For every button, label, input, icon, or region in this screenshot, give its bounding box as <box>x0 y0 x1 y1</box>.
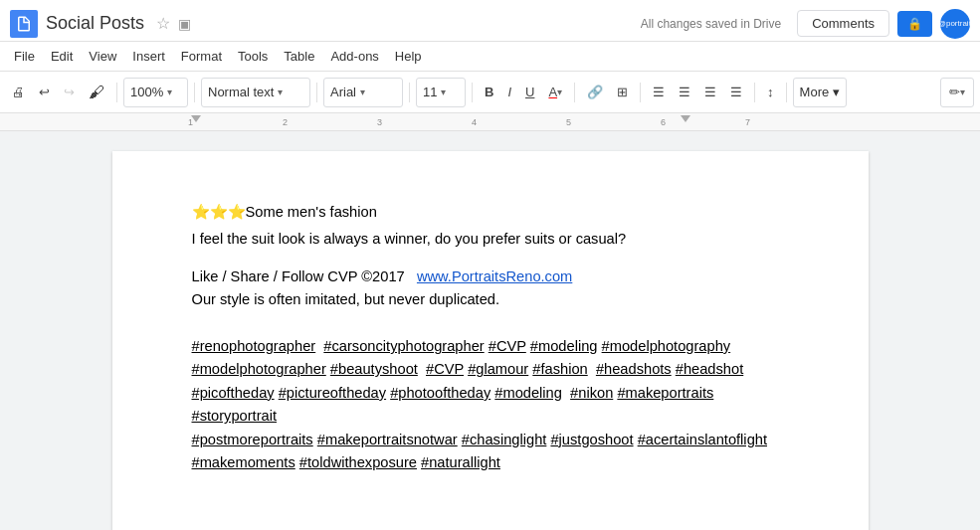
like-text: Like / Share / Follow CVP ©2017 <box>192 268 417 284</box>
ruler-right-indent <box>681 115 690 122</box>
toolbar: 🖨 ↩ ↪ 🖌 100% ▾ Normal text ▾ Arial ▾ 11 … <box>0 72 980 113</box>
text-style-value: Normal text <box>208 85 274 99</box>
align-center-button[interactable]: ☰ <box>673 78 696 107</box>
print-icon: 🖨 <box>12 85 25 99</box>
undo-button[interactable]: ↩ <box>33 78 56 107</box>
color-letter: A <box>548 85 557 99</box>
redo-icon: ↪ <box>64 85 75 99</box>
text-style-arrow: ▾ <box>278 87 283 97</box>
font-family-value: Arial <box>330 85 356 99</box>
separator-3 <box>316 83 317 102</box>
pencil-icon: ✏ <box>949 85 960 99</box>
star-icon[interactable]: ☆ <box>156 14 170 33</box>
paint-format-button[interactable]: 🖌 <box>83 78 110 107</box>
align-left-button[interactable]: ☰ <box>647 78 671 107</box>
hashtags-line5: #makemoments #toldwithexposure #naturall… <box>192 454 500 470</box>
line-spacing-icon: ↕ <box>767 85 774 99</box>
lock-icon: 🔒 <box>907 17 922 31</box>
align-right-icon: ☰ <box>704 85 716 99</box>
title-bar: Social Posts ☆ ▣ All changes saved in Dr… <box>0 0 980 42</box>
font-size-arrow: ▾ <box>441 87 446 97</box>
separator-4 <box>409 83 410 102</box>
underline-icon: U <box>525 85 534 99</box>
bold-button[interactable]: B <box>479 78 499 107</box>
align-center-icon: ☰ <box>679 85 690 99</box>
align-right-button[interactable]: ☰ <box>698 78 722 107</box>
user-initials: bill@portraitsre <box>940 19 970 28</box>
zoom-dropdown[interactable]: 100% ▾ <box>123 78 188 107</box>
save-status: All changes saved in Drive <box>641 17 781 31</box>
menu-edit[interactable]: Edit <box>43 45 81 68</box>
menu-addons[interactable]: Add-ons <box>322 45 386 68</box>
like-line: Like / Share / Follow CVP ©2017 www.Port… <box>192 265 789 288</box>
emoji-stars: ⭐⭐⭐ <box>192 204 246 220</box>
italic-icon: I <box>507 85 511 99</box>
hashtags-line4: #postmoreportraits #makeportraitsnotwar … <box>192 432 768 447</box>
pencil-button[interactable]: ✏ ▾ <box>940 78 974 107</box>
italic-button[interactable]: I <box>501 78 517 107</box>
menu-file[interactable]: File <box>6 45 43 68</box>
hashtags-line2: #modelphotographer #beautyshoot #CVP #gl… <box>192 361 744 377</box>
line-spacing-button[interactable]: ↕ <box>761 78 780 107</box>
menu-view[interactable]: View <box>81 45 124 68</box>
color-indicator: A <box>548 85 557 99</box>
align-left-icon: ☰ <box>653 85 665 99</box>
link-icon: 🔗 <box>587 85 603 99</box>
font-size-value: 11 <box>423 85 437 99</box>
heading-line: ⭐⭐⭐⭐⭐⭐Some men's fashionSome men's fashi… <box>192 201 789 224</box>
print-button[interactable]: 🖨 <box>6 78 31 107</box>
separator-7 <box>640 83 641 102</box>
hashtags-line1: #renophotographer #carsoncityphotographe… <box>192 338 731 354</box>
separator-1 <box>116 83 117 102</box>
menu-tools[interactable]: Tools <box>230 45 276 68</box>
table-icon: ⊞ <box>617 85 628 99</box>
text-style-dropdown[interactable]: Normal text ▾ <box>201 78 310 107</box>
underline-button[interactable]: U <box>519 78 540 107</box>
app-icon <box>10 10 38 38</box>
align-justify-button[interactable]: ☰ <box>724 78 748 107</box>
separator-8 <box>754 83 755 102</box>
doc-title[interactable]: Social Posts <box>46 13 144 34</box>
undo-icon: ↩ <box>39 85 50 99</box>
style-line: Our style is often imitated, but never d… <box>192 288 789 311</box>
doc-page[interactable]: ⭐⭐⭐⭐⭐⭐Some men's fashionSome men's fashi… <box>112 151 869 530</box>
zoom-arrow: ▾ <box>167 87 172 97</box>
folder-icon[interactable]: ▣ <box>178 16 191 32</box>
more-dropdown[interactable]: More ▾ <box>793 78 847 107</box>
more-label: More ▾ <box>800 85 840 99</box>
comments-button[interactable]: Comments <box>797 10 889 37</box>
hashtag-block: #renophotographer #carsoncityphotographe… <box>192 335 789 475</box>
color-arrow: ▾ <box>557 87 562 97</box>
link-button[interactable]: 🔗 <box>581 78 609 107</box>
separator-2 <box>194 83 195 102</box>
menu-help[interactable]: Help <box>387 45 430 68</box>
hashtags-line3: #picoftheday #pictureoftheday #photoofth… <box>192 385 718 424</box>
menu-bar: File Edit View Insert Format Tools Table… <box>0 42 980 72</box>
website-link[interactable]: www.PortraitsReno.com <box>417 268 572 284</box>
paint-icon: 🖌 <box>89 84 104 101</box>
pencil-arrow: ▾ <box>960 87 965 97</box>
share-button[interactable]: 🔒 <box>897 11 932 37</box>
menu-format[interactable]: Format <box>173 45 230 68</box>
user-avatar[interactable]: bill@portraitsre <box>940 9 970 39</box>
separator-9 <box>786 83 787 102</box>
separator-6 <box>574 83 575 102</box>
font-family-arrow: ▾ <box>360 87 365 97</box>
redo-button[interactable]: ↪ <box>58 78 81 107</box>
align-justify-icon: ☰ <box>730 85 742 99</box>
line2: I feel the suit look is always a winner,… <box>192 228 789 251</box>
font-size-dropdown[interactable]: 11 ▾ <box>416 78 466 107</box>
ruler: 1 2 3 4 5 6 7 <box>0 113 980 131</box>
table-button[interactable]: ⊞ <box>611 78 634 107</box>
font-family-dropdown[interactable]: Arial ▾ <box>323 78 403 107</box>
separator-5 <box>472 83 473 102</box>
text-color-button[interactable]: A ▾ <box>542 78 568 107</box>
doc-area: ⭐⭐⭐⭐⭐⭐Some men's fashionSome men's fashi… <box>0 131 980 530</box>
zoom-value: 100% <box>130 85 163 99</box>
menu-table[interactable]: Table <box>276 45 322 68</box>
bold-icon: B <box>485 85 493 99</box>
menu-insert[interactable]: Insert <box>124 45 173 68</box>
